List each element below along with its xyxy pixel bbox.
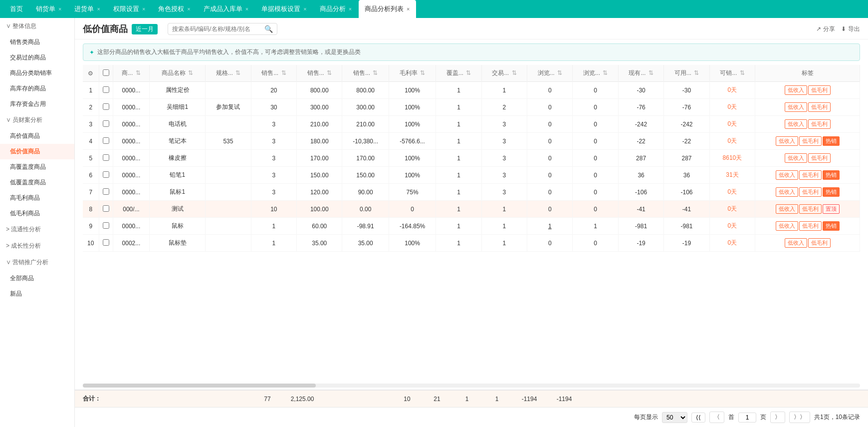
row-checkbox[interactable] bbox=[103, 222, 109, 229]
th-settings[interactable]: ⚙ bbox=[83, 65, 99, 82]
table-container[interactable]: ⚙ 商... ⇅ 商品名称 ⇅ 规格... ⇅ 销售... ⇅ 销售... ⇅ … bbox=[75, 65, 868, 384]
sidebar-item-all-products[interactable]: 全部商品 bbox=[0, 271, 74, 286]
th-available-stock[interactable]: 可用... ⇅ bbox=[664, 65, 709, 82]
row-checkbox[interactable] bbox=[103, 120, 109, 127]
first-page-button[interactable]: ⟨⟨ bbox=[691, 413, 705, 423]
nav-product-analysis[interactable]: 商品分析 × bbox=[314, 0, 358, 18]
sidebar-item-high-coverage[interactable]: 高覆盖度商品 bbox=[0, 159, 74, 175]
last-page-button[interactable]: 〉〉 bbox=[789, 412, 810, 423]
row-b1-5[interactable]: 0 bbox=[527, 167, 573, 184]
row-checkbox-6[interactable] bbox=[99, 184, 113, 201]
nav-role[interactable]: 角色授权 × bbox=[152, 0, 196, 18]
row-checkbox[interactable] bbox=[103, 188, 109, 195]
date-badge[interactable]: 近一月 bbox=[132, 24, 158, 34]
sidebar-item-low-value[interactable]: 低价值商品 bbox=[0, 144, 74, 159]
th-current-stock[interactable]: 现有... ⇅ bbox=[618, 65, 663, 82]
row-b1-8[interactable]: 1 bbox=[527, 218, 573, 235]
sidebar-item-high-profit[interactable]: 高毛利商品 bbox=[0, 190, 74, 206]
search-input[interactable] bbox=[172, 25, 264, 32]
th-sellable-stock[interactable]: 可销... ⇅ bbox=[709, 65, 755, 82]
row-checkbox-4[interactable] bbox=[99, 150, 113, 167]
row-b1-7[interactable]: 0 bbox=[527, 201, 573, 218]
row-b1-6[interactable]: 0 bbox=[527, 184, 573, 201]
nav-sales[interactable]: 销货单 × bbox=[30, 0, 67, 18]
next-page-button[interactable]: 〉 bbox=[770, 412, 785, 423]
row-checkbox-5[interactable] bbox=[99, 167, 113, 184]
sidebar-item-high-value[interactable]: 高价值商品 bbox=[0, 128, 74, 144]
row-b1-1[interactable]: 0 bbox=[527, 99, 573, 116]
th-browse1[interactable]: 浏览... ⇅ bbox=[527, 65, 573, 82]
row-checkbox-3[interactable] bbox=[99, 133, 113, 150]
row-i2-9: -19 bbox=[664, 235, 709, 252]
th-checkbox[interactable] bbox=[99, 65, 113, 82]
row-checkbox[interactable] bbox=[103, 86, 109, 93]
export-button[interactable]: ⬇ 导出 bbox=[841, 25, 860, 33]
nav-sales-close[interactable]: × bbox=[58, 6, 61, 12]
horizontal-scrollbar[interactable] bbox=[83, 384, 860, 388]
sidebar-item-traded-products[interactable]: 交易过的商品 bbox=[0, 50, 74, 65]
row-b1-2[interactable]: 0 bbox=[527, 116, 573, 133]
select-all-checkbox[interactable] bbox=[103, 69, 109, 76]
row-checkbox[interactable] bbox=[103, 239, 109, 246]
nav-product-analysis-list[interactable]: 商品分析列表 × bbox=[359, 0, 416, 18]
nav-purchase[interactable]: 进货单 × bbox=[68, 0, 106, 18]
row-b1-3[interactable]: 0 bbox=[527, 133, 573, 150]
nav-permission-close[interactable]: × bbox=[142, 6, 145, 12]
row-checkbox[interactable] bbox=[103, 137, 109, 144]
row-checkbox-1[interactable] bbox=[99, 99, 113, 116]
sidebar-group-flow[interactable]: > 流通性分析 bbox=[0, 221, 74, 238]
sidebar-item-sales-products[interactable]: 销售类商品 bbox=[0, 34, 74, 50]
row-checkbox-9[interactable] bbox=[99, 235, 113, 252]
row-name-2: 电话机 bbox=[150, 116, 206, 133]
row-checkbox-0[interactable] bbox=[99, 82, 113, 99]
th-spec[interactable]: 规格... ⇅ bbox=[206, 65, 251, 82]
nav-product-analysis-list-close[interactable]: × bbox=[407, 6, 410, 12]
th-margin[interactable]: 毛利率 ⇅ bbox=[389, 65, 435, 82]
th-name[interactable]: 商品名称 ⇅ bbox=[150, 65, 206, 82]
prev-page-button[interactable]: 〈 bbox=[709, 412, 724, 423]
sidebar-group-marketing[interactable]: ∨ 营销推广分析 bbox=[0, 254, 74, 271]
row-checkbox-2[interactable] bbox=[99, 116, 113, 133]
sidebar-item-category-rate[interactable]: 商品分类助销率 bbox=[0, 65, 74, 81]
nav-template-close[interactable]: × bbox=[303, 6, 306, 12]
search-icon[interactable]: 🔍 bbox=[264, 25, 273, 33]
sidebar-item-low-coverage[interactable]: 低覆盖度商品 bbox=[0, 175, 74, 190]
sidebar-item-new-products[interactable]: 新品 bbox=[0, 286, 74, 302]
nav-template[interactable]: 单据模板设置 × bbox=[255, 0, 312, 18]
share-button[interactable]: ↗ 分享 bbox=[816, 25, 835, 33]
nav-permission[interactable]: 权限设置 × bbox=[107, 0, 151, 18]
sidebar-group-financial[interactable]: ∨ 员财案分析 bbox=[0, 112, 74, 128]
search-box[interactable]: 🔍 bbox=[168, 23, 277, 35]
th-sales2[interactable]: 销售... ⇅ bbox=[297, 65, 342, 82]
row-checkbox-7[interactable] bbox=[99, 201, 113, 218]
nav-production[interactable]: 产成品入库单 × bbox=[198, 0, 254, 18]
row-checkbox-8[interactable] bbox=[99, 218, 113, 235]
row-b1-0[interactable]: 0 bbox=[527, 82, 573, 99]
sidebar-item-high-stock[interactable]: 高库存的商品 bbox=[0, 81, 74, 96]
nav-role-close[interactable]: × bbox=[187, 6, 190, 12]
row-b1-4[interactable]: 0 bbox=[527, 150, 573, 167]
nav-home[interactable]: 首页 bbox=[4, 0, 29, 18]
sidebar-group-growth[interactable]: > 成长性分析 bbox=[0, 238, 74, 254]
row-checkbox[interactable] bbox=[103, 171, 109, 178]
page-size-select[interactable]: 50 100 200 bbox=[662, 412, 687, 423]
th-coverage[interactable]: 覆盖... ⇅ bbox=[436, 65, 481, 82]
sidebar-group-overall[interactable]: ∨ 整体信息 bbox=[0, 18, 74, 34]
th-browse2[interactable]: 浏览... ⇅ bbox=[573, 65, 618, 82]
th-sales3[interactable]: 销售... ⇅ bbox=[342, 65, 389, 82]
th-code[interactable]: 商... ⇅ bbox=[113, 65, 150, 82]
nav-purchase-close[interactable]: × bbox=[97, 6, 100, 12]
th-trade[interactable]: 交易... ⇅ bbox=[481, 65, 527, 82]
th-sales1[interactable]: 销售... ⇅ bbox=[251, 65, 296, 82]
row-b1-9[interactable]: 0 bbox=[527, 235, 573, 252]
row-checkbox[interactable] bbox=[103, 205, 109, 212]
scrollbar-thumb[interactable] bbox=[83, 384, 316, 388]
sidebar-item-stock-capital[interactable]: 库存资金占用 bbox=[0, 96, 74, 112]
row-checkbox[interactable] bbox=[103, 154, 109, 161]
nav-production-close[interactable]: × bbox=[245, 6, 248, 12]
row-spec-5 bbox=[206, 167, 251, 184]
sidebar-item-low-profit[interactable]: 低毛利商品 bbox=[0, 206, 74, 221]
nav-product-analysis-close[interactable]: × bbox=[349, 6, 352, 12]
row-checkbox[interactable] bbox=[103, 103, 109, 110]
page-input[interactable] bbox=[738, 413, 756, 423]
